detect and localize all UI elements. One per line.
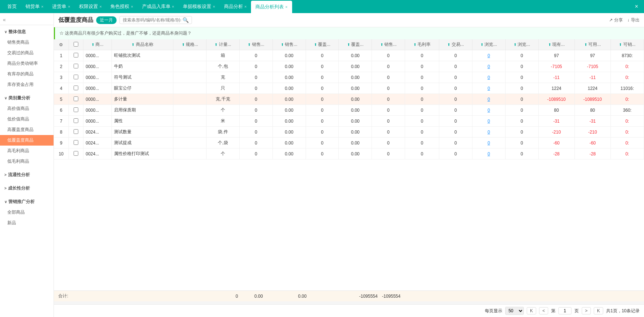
- browse-link[interactable]: 0: [487, 97, 490, 102]
- col-sales-amt[interactable]: ⬆ 销售...: [272, 39, 306, 50]
- col-available[interactable]: ⬆ 可用...: [574, 39, 610, 50]
- window-close-button[interactable]: ×: [632, 3, 641, 10]
- nav-template[interactable]: 单据模板设置×: [178, 0, 219, 13]
- row-checkbox[interactable]: [74, 118, 78, 123]
- row-checkbox[interactable]: [74, 75, 78, 79]
- nav-close-finished[interactable]: ×: [172, 4, 174, 9]
- col-gross-margin[interactable]: ⬆ 毛利率: [405, 39, 439, 50]
- search-icon[interactable]: 🔍: [182, 17, 189, 23]
- browse-link[interactable]: 0: [487, 108, 490, 113]
- row-browse1[interactable]: 0: [472, 94, 505, 105]
- browse-link[interactable]: 0: [487, 119, 490, 124]
- row-check[interactable]: [68, 72, 83, 83]
- browse-link[interactable]: 0: [487, 53, 490, 58]
- browse-link[interactable]: 0: [487, 64, 490, 69]
- nav-close-permission[interactable]: ×: [99, 4, 102, 9]
- sidebar-item-new-goods[interactable]: 新品: [0, 218, 54, 228]
- next-page-btn[interactable]: >: [582, 307, 591, 314]
- last-page-btn[interactable]: K: [594, 307, 603, 314]
- sidebar-section-growth-title[interactable]: > 成长性分析: [0, 183, 54, 194]
- nav-goods-analysis[interactable]: 商品分析×: [220, 0, 251, 13]
- col-name[interactable]: ⬆ 商品名称: [111, 39, 173, 50]
- col-saleable[interactable]: ⬆ 可销...: [610, 39, 644, 50]
- row-checkbox[interactable]: [74, 151, 78, 156]
- search-input[interactable]: [123, 17, 181, 23]
- row-checkbox[interactable]: [74, 107, 78, 112]
- row-browse1[interactable]: 0: [472, 72, 505, 83]
- row-checkbox[interactable]: [74, 53, 78, 58]
- col-code[interactable]: ⬆ 商...: [83, 39, 111, 50]
- page-number-input[interactable]: [558, 307, 572, 314]
- row-checkbox[interactable]: [74, 140, 78, 145]
- nav-role[interactable]: 角色授权×: [106, 0, 137, 13]
- share-button[interactable]: ↗ 分享: [609, 17, 623, 23]
- row-browse1[interactable]: 0: [472, 61, 505, 72]
- row-browse1[interactable]: 0: [472, 148, 505, 159]
- per-page-select[interactable]: 50 100 200: [505, 307, 524, 315]
- export-button[interactable]: ↓ 导出: [627, 17, 640, 23]
- col-transaction[interactable]: ⬆ 交易...: [439, 39, 472, 50]
- browse-link[interactable]: 0: [487, 130, 490, 135]
- col-spec[interactable]: ⬆ 规格...: [173, 39, 207, 50]
- sidebar-item-high-coverage[interactable]: 高覆盖度商品: [0, 124, 54, 135]
- row-checkbox[interactable]: [74, 96, 78, 101]
- sidebar-section-category-title[interactable]: ∨ 类别量分析: [0, 93, 54, 103]
- nav-sales[interactable]: 销货单×: [21, 0, 48, 13]
- nav-home[interactable]: 首页: [3, 0, 21, 13]
- nav-close-role[interactable]: ×: [131, 4, 133, 9]
- sidebar-section-flow-title[interactable]: > 流通性分析: [0, 170, 54, 180]
- sidebar-item-low-coverage[interactable]: 低覆盖度商品: [0, 135, 54, 146]
- nav-close-goods-analysis[interactable]: ×: [244, 4, 247, 9]
- first-page-btn[interactable]: K: [527, 307, 536, 314]
- sidebar-item-high-margin[interactable]: 高毛利商品: [0, 146, 54, 156]
- col-sales-qty[interactable]: ⬆ 销售...: [239, 39, 272, 50]
- col-settings[interactable]: ⚙: [54, 39, 68, 50]
- nav-close-purchase[interactable]: ×: [68, 4, 70, 9]
- nav-purchase[interactable]: 进货单×: [48, 0, 74, 13]
- row-check[interactable]: [68, 148, 83, 159]
- browse-link[interactable]: 0: [487, 75, 490, 80]
- row-browse1[interactable]: 0: [472, 105, 505, 116]
- sidebar-item-low-value[interactable]: 低价值商品: [0, 114, 54, 124]
- row-browse1[interactable]: 0: [472, 127, 505, 138]
- row-check[interactable]: [68, 127, 83, 138]
- nav-permission[interactable]: 权限设置×: [75, 0, 106, 13]
- select-all-checkbox[interactable]: [74, 42, 78, 47]
- prev-page-btn[interactable]: <: [539, 307, 548, 314]
- row-checkbox[interactable]: [74, 64, 78, 68]
- nav-finished[interactable]: 产成品入库单×: [138, 0, 178, 13]
- sidebar-item-all-goods[interactable]: 全部商品: [0, 207, 54, 218]
- browse-link[interactable]: 0: [487, 151, 490, 156]
- row-browse1[interactable]: 0: [472, 50, 505, 61]
- sidebar-item-high-value[interactable]: 高价值商品: [0, 103, 54, 114]
- sidebar-item-stocked-goods[interactable]: 有库存的商品: [0, 69, 54, 79]
- row-browse1[interactable]: 0: [472, 83, 505, 94]
- row-check[interactable]: [68, 94, 83, 105]
- row-checkbox[interactable]: [74, 129, 78, 134]
- row-check[interactable]: [68, 138, 83, 148]
- row-check[interactable]: [68, 105, 83, 116]
- row-check[interactable]: [68, 116, 83, 127]
- col-cov2[interactable]: ⬆ 覆盖...: [339, 39, 372, 50]
- sidebar-item-low-margin[interactable]: 低毛利商品: [0, 156, 54, 167]
- col-cov1[interactable]: ⬆ 覆盖...: [306, 39, 339, 50]
- sidebar-collapse-btn[interactable]: «: [3, 17, 6, 23]
- browse-link[interactable]: 0: [487, 140, 490, 146]
- period-button[interactable]: 近一月: [96, 16, 117, 24]
- col-unit[interactable]: ⬆ 计量...: [207, 39, 240, 50]
- col-browse2[interactable]: ⬆ 浏览...: [505, 39, 538, 50]
- nav-close-goods-list[interactable]: ×: [285, 5, 287, 9]
- sidebar-section-overall-title[interactable]: ∨ 整体信息: [0, 27, 54, 37]
- nav-close-template[interactable]: ×: [213, 4, 215, 9]
- sidebar-item-sales-goods[interactable]: 销售类商品: [0, 37, 54, 48]
- sidebar-section-marketing-title[interactable]: ∨ 营销推广分析: [0, 197, 54, 207]
- browse-link[interactable]: 0: [487, 86, 490, 91]
- row-check[interactable]: [68, 50, 83, 61]
- nav-close-sales[interactable]: ×: [41, 4, 43, 9]
- col-browse1[interactable]: ⬆ 浏览...: [472, 39, 505, 50]
- row-checkbox[interactable]: [74, 86, 78, 90]
- sidebar-item-inventory-capital[interactable]: 库存资金占用: [0, 79, 54, 90]
- row-browse1[interactable]: 0: [472, 116, 505, 127]
- nav-goods-analysis-list[interactable]: 商品分析列表×: [251, 1, 292, 13]
- row-check[interactable]: [68, 83, 83, 94]
